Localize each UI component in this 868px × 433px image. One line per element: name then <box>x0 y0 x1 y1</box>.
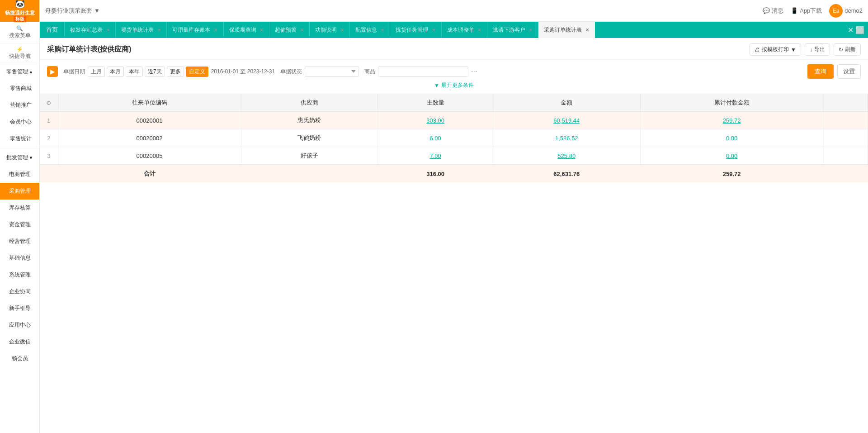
tab-receive-close-icon[interactable]: × <box>106 26 110 33</box>
sidebar-item-system[interactable]: 系统管理 <box>0 266 39 283</box>
tab-purchase-stats-close-icon[interactable]: × <box>157 26 161 33</box>
sidebar-item-retail-shop[interactable]: 零售商城 <box>0 80 39 97</box>
tab-invite-label: 邀请下游客户 <box>493 26 525 34</box>
guide-label: 新手引导 <box>9 305 31 312</box>
column-settings-icon[interactable]: ⚙ <box>46 100 52 106</box>
row-2-quantity[interactable]: 6.00 <box>378 129 493 147</box>
tab-purchase-order-close-icon[interactable]: × <box>585 26 589 33</box>
tab-task-close-icon[interactable]: × <box>432 26 435 33</box>
sidebar-item-enterprise[interactable]: 企业协同 <box>0 283 39 300</box>
tab-expiry[interactable]: 保质期查询 × <box>224 22 269 38</box>
col-paid: 累计付款金额 <box>640 94 823 112</box>
tab-config-close-icon[interactable]: × <box>381 26 384 33</box>
table-row[interactable]: 2 00020002 飞鹤奶粉 6.00 1,586.52 0.00 <box>40 129 868 147</box>
tab-cost-close-icon[interactable]: × <box>478 26 481 33</box>
tab-func-desc-close-icon[interactable]: × <box>340 26 344 33</box>
tab-close-all-button[interactable]: ✕ <box>848 26 854 34</box>
sidebar-item-ecommerce[interactable]: 电商管理 <box>0 166 39 183</box>
sidebar-item-retail[interactable]: 零售管理 ▲ <box>0 63 39 80</box>
tab-overstock-close-icon[interactable]: × <box>300 26 304 33</box>
sidebar-item-wechat[interactable]: 企业微信 <box>0 333 39 350</box>
table-row[interactable]: 3 00020005 好孩子 7.00 525.80 0.00 <box>40 147 868 165</box>
tab-purchase-order-label: 采购订单统计表 <box>544 26 582 34</box>
tab-purchase-stats[interactable]: 要货单统计表 × <box>116 22 167 38</box>
sidebar-item-app-center[interactable]: 应用中心 <box>0 317 39 333</box>
tab-invite[interactable]: 邀请下游客户 × <box>487 22 538 38</box>
sidebar-item-basic[interactable]: 基础信息 <box>0 250 39 266</box>
tab-inventory-close-icon[interactable]: × <box>214 26 217 33</box>
tab-purchase-stats-label: 要货单统计表 <box>121 26 154 34</box>
sidebar-item-marketing[interactable]: 营销推广 <box>0 97 39 114</box>
settings-button[interactable]: 设置 <box>837 64 861 79</box>
tab-home[interactable]: 首页 <box>40 22 65 38</box>
user-menu[interactable]: Ea demo2 <box>829 4 863 18</box>
wechat-label: 企业微信 <box>9 338 31 346</box>
date-option-last-7-days[interactable]: 近7天 <box>145 67 165 77</box>
tab-func-desc[interactable]: 功能说明 × <box>310 22 350 38</box>
row-3-paid[interactable]: 0.00 <box>640 147 823 165</box>
date-option-custom[interactable]: 自定义 <box>186 67 208 77</box>
row-3-quantity[interactable]: 7.00 <box>378 147 493 165</box>
export-button[interactable]: ↓ 导出 <box>805 43 830 56</box>
sidebar-item-operations[interactable]: 经营管理 <box>0 233 39 250</box>
query-button[interactable]: 查询 <box>807 64 834 79</box>
sidebar-item-purchase[interactable]: 采购管理 <box>0 183 39 200</box>
sidebar-item-member2[interactable]: 畅会员 <box>0 350 39 367</box>
finance-label: 资金管理 <box>9 221 31 228</box>
date-option-this-month[interactable]: 本月 <box>107 67 124 77</box>
system-label: 系统管理 <box>9 271 31 279</box>
status-select[interactable] <box>305 66 359 77</box>
sidebar-item-guide[interactable]: 新手引导 <box>0 300 39 317</box>
sidebar-item-retail-stats[interactable]: 零售统计 <box>0 130 39 147</box>
tab-config[interactable]: 配置信息 × <box>350 22 390 38</box>
tab-cost-label: 成本调整单 <box>447 26 474 34</box>
app-download-button[interactable]: 📱 App下载 <box>791 7 822 15</box>
filter-area: ▶ 单据日期 上月 本月 本年 近7天 更多 自定义 2016-01-01 至 … <box>40 60 868 94</box>
sidebar-search-label: 搜索英单 <box>3 32 37 39</box>
col-settings[interactable]: ⚙ <box>40 94 58 112</box>
row-2-code: 00020002 <box>58 129 241 147</box>
expand-more-button[interactable]: ▼ 展开更多条件 <box>47 81 861 89</box>
sidebar-item-inventory[interactable]: 库存核算 <box>0 200 39 216</box>
members-label: 会员中心 <box>10 118 32 126</box>
workspace-selector[interactable]: 母婴行业演示账套 ▼ <box>45 7 100 15</box>
tab-expiry-close-icon[interactable]: × <box>260 26 264 33</box>
messages-button[interactable]: 💬 消息 <box>763 7 783 15</box>
tab-overstock[interactable]: 超储预警 × <box>269 22 310 38</box>
goods-input-more-icon[interactable]: ··· <box>471 67 477 76</box>
row-2-amount[interactable]: 1,586.52 <box>493 129 640 147</box>
row-1-paid[interactable]: 259.72 <box>640 112 823 129</box>
tab-task-label: 拣货任务管理 <box>396 26 428 34</box>
footer-quantity: 316.00 <box>378 165 493 182</box>
goods-filter-label: 商品 <box>364 68 375 76</box>
tab-receive[interactable]: 收发存汇总表 × <box>65 22 116 38</box>
row-2-paid[interactable]: 0.00 <box>640 129 823 147</box>
sidebar-item-finance[interactable]: 资金管理 <box>0 216 39 233</box>
date-option-more[interactable]: 更多 <box>167 67 184 77</box>
tab-task[interactable]: 拣货任务管理 × <box>390 22 441 38</box>
quick-nav-icon: ⚡ <box>0 46 39 52</box>
sidebar-item-quick-nav[interactable]: ⚡ 快捷导航 <box>0 43 39 63</box>
template-print-button[interactable]: 🖨 按模板打印 ▼ <box>750 43 801 56</box>
workspace-dropdown-icon: ▼ <box>94 7 100 14</box>
date-option-last-month[interactable]: 上月 <box>88 67 105 77</box>
sidebar-item-search[interactable]: 🔍 搜索英单 <box>0 22 39 43</box>
table-row[interactable]: 1 00020001 惠氏奶粉 303.00 60,519.44 259.72 <box>40 112 868 129</box>
refresh-button[interactable]: ↻ 刷新 <box>834 43 861 56</box>
tab-invite-close-icon[interactable]: × <box>529 26 533 33</box>
row-1-quantity[interactable]: 303.00 <box>378 112 493 129</box>
filter-toggle-button[interactable]: ▶ <box>47 66 58 77</box>
row-3-amount[interactable]: 525.80 <box>493 147 640 165</box>
tab-purchase-order[interactable]: 采购订单统计表 × <box>538 22 595 38</box>
row-1-amount[interactable]: 60,519.44 <box>493 112 640 129</box>
date-option-this-year[interactable]: 本年 <box>126 67 143 77</box>
date-filter-group: 单据日期 上月 本月 本年 近7天 更多 自定义 2016-01-01 至 20… <box>63 67 275 77</box>
goods-input[interactable] <box>378 66 468 77</box>
tab-inventory[interactable]: 可用量库存账本 × <box>167 22 223 38</box>
sidebar-item-members[interactable]: 会员中心 <box>0 114 39 130</box>
sidebar-item-wholesale[interactable]: 批发管理 ▼ <box>0 149 39 166</box>
top-bar-right: 💬 消息 📱 App下载 Ea demo2 <box>763 4 863 18</box>
tab-maximize-button[interactable]: ⬜ <box>855 26 864 34</box>
workspace-name: 母婴行业演示账套 <box>45 7 92 15</box>
tab-cost[interactable]: 成本调整单 × <box>442 22 487 38</box>
